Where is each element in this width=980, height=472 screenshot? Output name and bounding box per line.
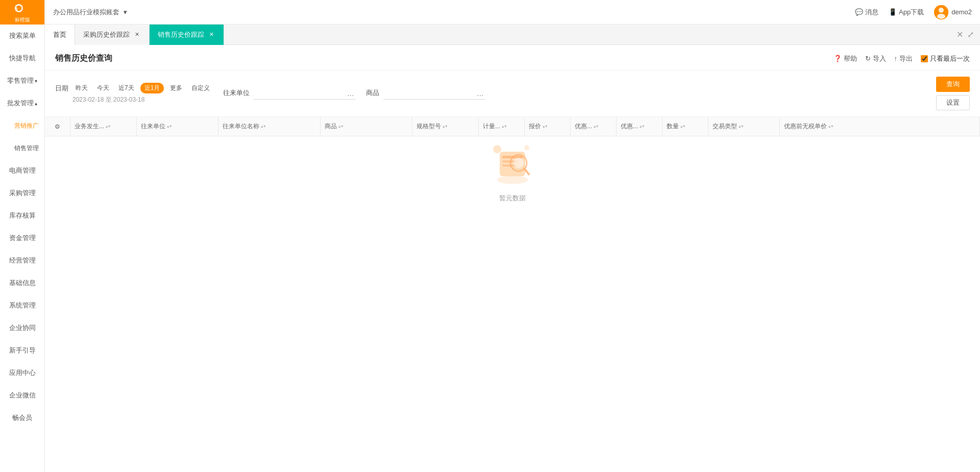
partner-filter-label: 往来单位: [223, 87, 250, 98]
sidebar-item-label: 企业协同: [9, 323, 36, 333]
query-button[interactable]: 查询: [936, 77, 970, 92]
partner-input[interactable]: [254, 87, 356, 100]
th-qty-label: 数量: [667, 122, 679, 131]
sort-icon: ▴▾: [502, 124, 507, 129]
sort-icon: ▴▾: [640, 124, 645, 129]
sidebar-item-wholesale[interactable]: 批发管理 ▴: [0, 92, 44, 114]
close-window-button[interactable]: ✕: [957, 30, 963, 39]
sidebar-item-label: 应用中心: [9, 368, 36, 377]
th-qty[interactable]: 数量 ▴▾: [663, 117, 708, 136]
svg-point-14: [493, 145, 501, 153]
export-button[interactable]: ↑ 导出: [894, 54, 913, 63]
th-date[interactable]: 业务发生... ▴▾: [70, 117, 137, 136]
only-last-label[interactable]: 只看最后一次: [930, 54, 970, 63]
sidebar-item-system[interactable]: 系统管理: [0, 294, 44, 317]
help-icon: ❓: [834, 55, 842, 62]
sidebar-item-vip[interactable]: 畅会员: [0, 407, 44, 429]
filter-row: 日期 昨天 今天 近7天 近1月 更多 自定义 2023-02-18 至 202…: [55, 83, 926, 104]
import-button[interactable]: ↻ 导入: [865, 54, 886, 63]
product-filter-label: 商品: [366, 87, 379, 98]
empty-text: 暂元数据: [499, 194, 526, 203]
tab-home-label: 首页: [53, 30, 66, 39]
svg-text:6: 6: [15, 7, 17, 11]
tab-sales[interactable]: 销售历史价跟踪 ✕: [150, 25, 224, 45]
th-partner-name[interactable]: 往来单位名称 ▴▾: [218, 117, 321, 136]
th-unit-label: 计量...: [483, 122, 500, 131]
th-product[interactable]: 商品 ▴▾: [321, 117, 412, 136]
app-title-dropdown[interactable]: ▾: [124, 8, 127, 16]
tab-sales-close[interactable]: ✕: [207, 31, 215, 39]
th-trade-type[interactable]: 交易类型 ▴▾: [708, 117, 780, 136]
svg-point-6: [497, 176, 528, 184]
sort-icon: ▴▾: [543, 124, 548, 129]
sidebar-item-enterprise[interactable]: 企业协同: [0, 317, 44, 339]
app-download-button[interactable]: 📱 App下载: [889, 8, 924, 17]
chevron-down-icon: ▾: [35, 78, 37, 84]
tabs-bar: 首页 采购历史价跟踪 ✕ 销售历史价跟踪 ✕ ✕ ⤢: [45, 25, 980, 45]
th-settings[interactable]: ⚙: [45, 117, 70, 136]
only-last-checkbox[interactable]: [921, 55, 928, 62]
app-logo[interactable]: 6 标橙版: [0, 0, 44, 25]
sidebar-item-apps[interactable]: 应用中心: [0, 362, 44, 384]
filter-group-date: 日期 昨天 今天 近7天 近1月 更多 自定义 2023-02-18 至 202…: [55, 83, 213, 104]
product-picker-button[interactable]: ...: [477, 89, 483, 98]
th-discount1[interactable]: 优惠... ▴▾: [571, 117, 617, 136]
th-partner-code[interactable]: 往来单位 ▴▾: [137, 117, 218, 136]
th-price[interactable]: 报价 ▴▾: [525, 117, 571, 136]
user-profile[interactable]: demo2: [934, 5, 972, 19]
sidebar-item-finance[interactable]: 资金管理: [0, 227, 44, 249]
sidebar-item-wechat[interactable]: 企业微信: [0, 384, 44, 407]
message-icon: 💬: [855, 8, 863, 16]
th-notax-price[interactable]: 优惠前无税单价 ▴▾: [780, 117, 980, 136]
th-discount2[interactable]: 优惠... ▴▾: [617, 117, 663, 136]
maximize-window-button[interactable]: ⤢: [967, 30, 974, 39]
sidebar-item-sales-mgr[interactable]: 销售管理: [0, 137, 44, 159]
sidebar-item-basics[interactable]: 基础信息: [0, 272, 44, 294]
sidebar-item-operations[interactable]: 经营管理: [0, 249, 44, 272]
help-button[interactable]: ❓ 帮助: [834, 54, 857, 63]
sidebar-item-label: 新手引导: [9, 346, 36, 355]
tab-sales-label: 销售历史价跟踪: [158, 30, 204, 39]
th-spec[interactable]: 规格型号 ▴▾: [412, 117, 479, 136]
top-bar: 办公用品行业模拟账套 ▾ 💬 消息 📱 App下载 demo2: [45, 0, 980, 25]
date-btn-1month[interactable]: 近1月: [140, 83, 164, 93]
date-range-display: 2023-02-18 至 2023-03-18: [72, 96, 213, 104]
sidebar-item-label: 系统管理: [9, 301, 36, 310]
filter-group-partner: 往来单位 ...: [223, 87, 356, 100]
tab-purchase[interactable]: 采购历史价跟踪 ✕: [75, 25, 150, 45]
partner-picker-button[interactable]: ...: [347, 89, 354, 98]
date-btn-today[interactable]: 今天: [94, 83, 112, 93]
sort-icon: ▴▾: [338, 124, 344, 129]
th-unit[interactable]: 计量... ▴▾: [479, 117, 525, 136]
sidebar-item-shortcuts[interactable]: 快捷导航: [0, 47, 44, 69]
tab-purchase-close[interactable]: ✕: [133, 31, 141, 39]
th-discount1-label: 优惠...: [575, 122, 592, 131]
sort-icon: ▴▾: [106, 124, 111, 129]
sidebar-item-ecommerce[interactable]: 电商管理: [0, 159, 44, 182]
sort-icon: ▴▾: [261, 124, 266, 129]
sidebar-item-label: 采购管理: [9, 188, 36, 198]
tab-purchase-label: 采购历史价跟踪: [83, 30, 130, 39]
date-btn-custom[interactable]: 自定义: [188, 83, 213, 93]
sidebar-item-guide[interactable]: 新手引导: [0, 339, 44, 362]
date-btn-7days[interactable]: 近7天: [115, 83, 137, 93]
import-label: 导入: [873, 54, 886, 63]
message-button[interactable]: 💬 消息: [855, 8, 878, 17]
sidebar-item-retail[interactable]: 零售管理 ▾: [0, 69, 44, 92]
sidebar-item-search[interactable]: 搜索菜单: [0, 25, 44, 47]
sidebar-item-label: 快捷导航: [9, 54, 36, 63]
date-btn-yesterday[interactable]: 昨天: [72, 83, 91, 93]
settings-button[interactable]: 设置: [936, 95, 970, 110]
sidebar-item-label: 基础信息: [9, 278, 36, 288]
tab-home[interactable]: 首页: [45, 25, 75, 45]
sidebar-item-inventory[interactable]: 库存核算: [0, 204, 44, 227]
sidebar-item-label: 营销推广: [14, 122, 39, 130]
app-download-label: App下载: [899, 8, 924, 17]
only-last-checkbox-wrap: 只看最后一次: [921, 54, 970, 63]
sidebar: 6 标橙版 搜索菜单 快捷导航 零售管理 ▾ 批发管理 ▴ 营销推广 销售管理 …: [0, 0, 45, 472]
product-input[interactable]: [383, 87, 485, 100]
sidebar-item-marketing[interactable]: 营销推广: [0, 114, 44, 137]
sidebar-item-purchase[interactable]: 采购管理: [0, 182, 44, 204]
avatar: [934, 5, 948, 19]
date-btn-more[interactable]: 更多: [167, 83, 185, 93]
